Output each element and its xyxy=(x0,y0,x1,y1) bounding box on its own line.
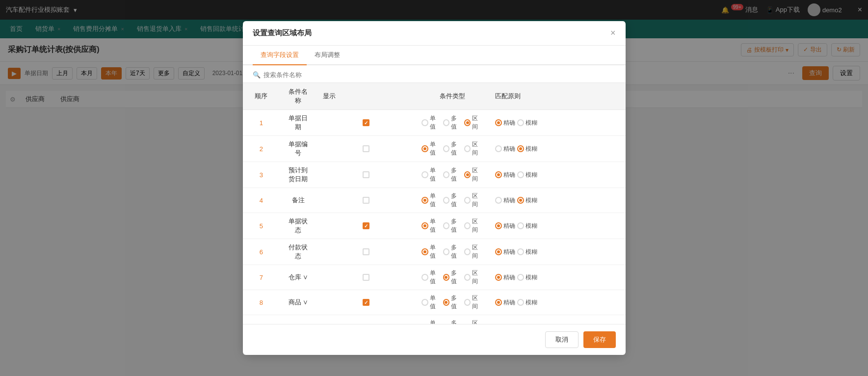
type-radio-item[interactable]: 区间 xyxy=(464,217,483,234)
row-visible-cell xyxy=(317,162,416,188)
radio-circle xyxy=(495,222,502,229)
visible-checkbox[interactable] xyxy=(363,171,369,178)
th-name: 条件名称 xyxy=(280,83,317,110)
type-radio-item[interactable]: 区间 xyxy=(464,166,483,183)
match-radio-item[interactable]: 精确 xyxy=(495,298,515,307)
type-radio-item[interactable]: 单值 xyxy=(421,294,441,311)
type-radio-item[interactable]: 单值 xyxy=(421,319,441,324)
modal-title: 设置查询区域布局 xyxy=(253,28,312,38)
save-button[interactable]: 保存 xyxy=(583,331,616,348)
row-match-cell: 精确模糊 xyxy=(489,136,625,162)
type-radio-item[interactable]: 区间 xyxy=(464,294,483,311)
match-radio-item[interactable]: 模糊 xyxy=(517,248,537,256)
type-radio-item[interactable]: 多值 xyxy=(443,269,462,286)
visible-checkbox[interactable] xyxy=(363,197,369,204)
table-row: 6付款状态单值多值区间精确模糊 xyxy=(243,239,626,265)
th-match: 匹配原则 xyxy=(489,83,625,110)
row-name: 商品 ∨ xyxy=(280,290,317,315)
row-order: 5 xyxy=(243,213,280,239)
radio-circle xyxy=(443,171,450,178)
radio-circle xyxy=(517,119,524,126)
match-radio-item[interactable]: 精确 xyxy=(495,171,515,179)
radio-circle xyxy=(517,171,524,178)
match-radio-item[interactable]: 模糊 xyxy=(517,119,537,127)
match-radio-item[interactable]: 精确 xyxy=(495,196,515,205)
table-row: 3预计到货日期单值多值区间精确模糊 xyxy=(243,162,626,188)
visible-checkbox[interactable] xyxy=(363,119,369,126)
match-radio-item[interactable]: 模糊 xyxy=(517,222,537,230)
type-radio-item[interactable]: 单值 xyxy=(421,140,441,157)
row-type-cell: 单值多值区间 xyxy=(416,162,489,188)
row-visible-cell xyxy=(317,265,416,290)
radio-circle xyxy=(421,171,428,178)
type-radio-item[interactable]: 单值 xyxy=(421,192,441,209)
type-radio-item[interactable]: 多值 xyxy=(443,166,462,183)
type-radio-item[interactable]: 多值 xyxy=(443,319,462,324)
radio-circle xyxy=(495,248,502,255)
cancel-button[interactable]: 取消 xyxy=(545,331,579,348)
radio-circle xyxy=(517,248,524,255)
modal-tab-query-fields[interactable]: 查询字段设置 xyxy=(253,46,307,65)
row-visible-cell xyxy=(317,110,416,136)
type-radio-item[interactable]: 单值 xyxy=(421,269,441,286)
row-match-cell: 精确模糊 xyxy=(489,110,625,136)
match-radio-item[interactable]: 模糊 xyxy=(517,145,537,153)
row-order: 3 xyxy=(243,162,280,188)
radio-circle xyxy=(517,222,524,229)
radio-circle xyxy=(517,197,524,204)
row-match-cell: 精确模糊 xyxy=(489,315,625,324)
modal-tabs: 查询字段设置 布局调整 xyxy=(243,46,626,65)
row-order: 4 xyxy=(243,188,280,213)
type-radio-item[interactable]: 多值 xyxy=(443,243,462,260)
radio-circle xyxy=(495,274,502,281)
match-radio-item[interactable]: 精确 xyxy=(495,222,515,230)
match-radio-item[interactable]: 精确 xyxy=(495,145,515,153)
type-radio-item[interactable]: 区间 xyxy=(464,140,483,157)
type-radio-item[interactable]: 多值 xyxy=(443,140,462,157)
radio-circle xyxy=(464,222,471,229)
visible-checkbox[interactable] xyxy=(363,248,369,255)
match-radio-item[interactable]: 模糊 xyxy=(517,196,537,205)
type-radio-item[interactable]: 区间 xyxy=(464,269,483,286)
match-radio-item[interactable]: 精确 xyxy=(495,119,515,127)
type-radio-item[interactable]: 区间 xyxy=(464,192,483,209)
visible-checkbox[interactable] xyxy=(363,299,369,306)
row-type-cell: 单值多值区间 xyxy=(416,265,489,290)
search-input[interactable] xyxy=(263,71,616,79)
type-radio-item[interactable]: 区间 xyxy=(464,243,483,260)
th-type: 条件类型 xyxy=(416,83,489,110)
modal-footer: 取消 保存 xyxy=(243,324,626,355)
type-radio-item[interactable]: 单值 xyxy=(421,166,441,183)
type-radio-item[interactable]: 多值 xyxy=(443,217,462,234)
row-match-cell: 精确模糊 xyxy=(489,162,625,188)
match-radio-item[interactable]: 模糊 xyxy=(517,171,537,179)
type-radio-item[interactable]: 多值 xyxy=(443,192,462,209)
match-radio-item[interactable]: 模糊 xyxy=(517,298,537,307)
radio-circle xyxy=(464,299,471,306)
radio-circle xyxy=(443,274,450,281)
match-radio-item[interactable]: 精确 xyxy=(495,273,515,282)
visible-checkbox[interactable] xyxy=(363,222,369,229)
type-radio-item[interactable]: 多值 xyxy=(443,114,462,131)
type-radio-item[interactable]: 多值 xyxy=(443,294,462,311)
radio-circle xyxy=(443,248,450,255)
row-visible-cell xyxy=(317,136,416,162)
table-row: 9属性 ∨单值多值区间精确模糊 xyxy=(243,315,626,324)
modal-search-area: 🔍 xyxy=(243,65,626,83)
type-radio-item[interactable]: 单值 xyxy=(421,217,441,234)
radio-circle xyxy=(464,274,471,281)
row-match-cell: 精确模糊 xyxy=(489,290,625,315)
type-radio-item[interactable]: 区间 xyxy=(464,319,483,324)
modal-tab-layout[interactable]: 布局调整 xyxy=(307,46,348,65)
type-radio-item[interactable]: 单值 xyxy=(421,114,441,131)
visible-checkbox[interactable] xyxy=(363,145,369,152)
type-radio-item[interactable]: 区间 xyxy=(464,114,483,131)
type-radio-item[interactable]: 单值 xyxy=(421,243,441,260)
match-radio-item[interactable]: 模糊 xyxy=(517,273,537,282)
table-row: 5单据状态单值多值区间精确模糊 xyxy=(243,213,626,239)
table-row: 8商品 ∨单值多值区间精确模糊 xyxy=(243,290,626,315)
match-radio-item[interactable]: 精确 xyxy=(495,248,515,256)
table-row: 2单据编号单值多值区间精确模糊 xyxy=(243,136,626,162)
modal-close-button[interactable]: × xyxy=(610,28,616,38)
visible-checkbox[interactable] xyxy=(363,274,369,281)
